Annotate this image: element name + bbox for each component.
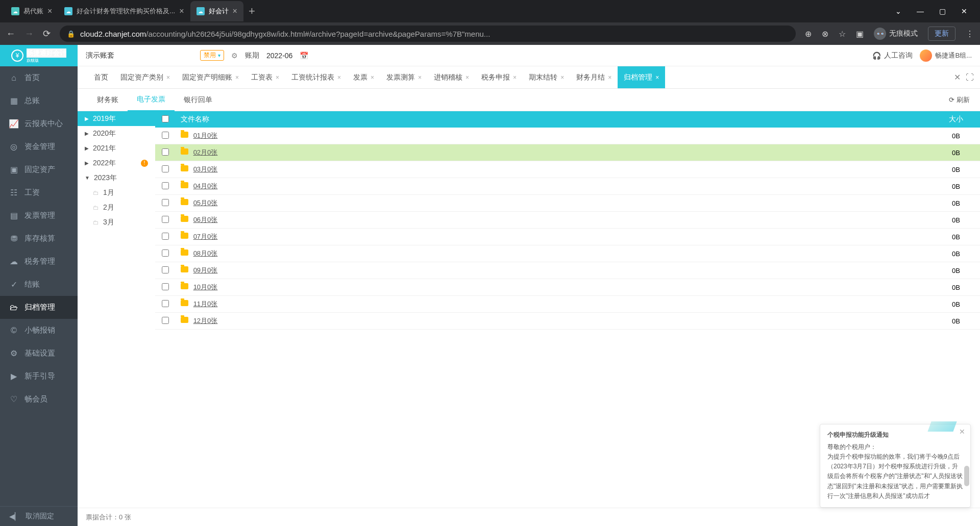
row-checkbox[interactable] <box>162 266 169 273</box>
table-row[interactable]: 01月0张 0B <box>155 128 980 144</box>
row-checkbox[interactable] <box>162 300 169 307</box>
bookmark-icon[interactable]: ☆ <box>839 29 846 39</box>
tree-year[interactable]: ▼ 2023年 <box>78 170 155 185</box>
file-name-link[interactable]: 01月0张 <box>193 132 218 139</box>
incognito-badge[interactable]: 👓 无痕模式 <box>874 28 918 40</box>
tree-year[interactable]: ▶ 2020年 <box>78 126 155 141</box>
fullscreen-button[interactable]: ⛶ <box>966 73 974 82</box>
tree-month[interactable]: 🗀 1月 <box>78 185 155 200</box>
row-checkbox[interactable] <box>162 233 169 240</box>
subtab[interactable]: 电子发票 <box>128 89 175 111</box>
tab-close-icon[interactable]: × <box>233 7 237 16</box>
sidebar-item[interactable]: ⌂ 首页 <box>0 66 78 89</box>
page-tab[interactable]: 归档管理× <box>618 66 665 88</box>
maximize-button[interactable]: ▢ <box>939 7 946 15</box>
tab-close-icon[interactable]: × <box>608 74 611 81</box>
consult-button[interactable]: 🎧 人工咨询 <box>872 51 913 60</box>
browser-tab[interactable]: ☁ 好会计财务管理软件购买价格及... × <box>58 1 190 21</box>
sidebar-item[interactable]: ▶ 新手引导 <box>0 365 78 388</box>
file-name-link[interactable]: 02月0张 <box>193 148 218 156</box>
tree-month[interactable]: 🗀 2月 <box>78 200 155 215</box>
file-name-link[interactable]: 09月0张 <box>193 266 218 274</box>
menu-kebab-icon[interactable]: ⋮ <box>966 29 974 39</box>
page-tab[interactable]: 工资统计报表× <box>285 66 347 88</box>
notice-close-button[interactable]: ✕ <box>959 428 965 436</box>
address-bar[interactable]: 🔒 cloud2.chanjet.com/accounting/uh26t264… <box>60 26 796 42</box>
sidebar-item[interactable]: ✓ 结账 <box>0 273 78 296</box>
table-row[interactable]: 07月0张 0B <box>155 229 980 245</box>
sidebar-item[interactable]: ⛃ 库存核算 <box>0 227 78 250</box>
tab-close-icon[interactable]: × <box>179 7 184 16</box>
file-name-link[interactable]: 11月0张 <box>193 300 218 308</box>
forward-button[interactable]: → <box>24 29 34 39</box>
tree-year[interactable]: ▶ 2019年 <box>78 111 155 126</box>
sidebar-item[interactable]: ◎ 资金管理 <box>0 135 78 158</box>
new-tab-button[interactable]: + <box>249 5 255 18</box>
tab-close-icon[interactable]: × <box>418 74 422 81</box>
table-row[interactable]: 05月0张 0B <box>155 195 980 212</box>
tab-close-icon[interactable]: × <box>513 74 517 81</box>
refresh-button[interactable]: ⟳ 刷新 <box>949 95 970 105</box>
tab-close-icon[interactable]: × <box>465 74 469 81</box>
row-checkbox[interactable] <box>162 317 169 324</box>
sidebar-item[interactable]: 🗁 归档管理 <box>0 296 78 319</box>
row-checkbox[interactable] <box>162 165 169 172</box>
sidebar-unpin[interactable]: ◀▏ 取消固定 <box>0 506 78 526</box>
subtab[interactable]: 银行回单 <box>175 89 222 111</box>
row-checkbox[interactable] <box>162 283 169 290</box>
file-name-link[interactable]: 07月0张 <box>193 233 218 240</box>
page-tab[interactable]: 固定资产类别× <box>114 66 176 88</box>
close-all-tabs-button[interactable]: ✕ <box>954 72 961 82</box>
period-value[interactable]: 2022-06 <box>266 52 292 60</box>
back-button[interactable]: ← <box>6 29 15 39</box>
dropdown-icon[interactable]: ⌄ <box>895 7 901 15</box>
browser-tab[interactable]: ☁ 好会计 × <box>190 1 243 21</box>
tab-close-icon[interactable]: × <box>235 74 239 81</box>
table-row[interactable]: 04月0张 0B <box>155 178 980 195</box>
tab-close-icon[interactable]: × <box>276 74 279 81</box>
table-row[interactable]: 12月0张 0B <box>155 313 980 330</box>
sidebar-item[interactable]: ♡ 畅会员 <box>0 388 78 411</box>
page-tab[interactable]: 财务月结× <box>570 66 618 88</box>
row-checkbox[interactable] <box>162 216 169 223</box>
file-name-link[interactable]: 05月0张 <box>193 199 218 207</box>
page-tab[interactable]: 首页 <box>88 66 114 88</box>
tree-year[interactable]: ▶ 2021年 <box>78 141 155 156</box>
browser-tab[interactable]: ☁ 易代账 × <box>5 1 58 21</box>
page-tab[interactable]: 发票测算× <box>380 66 428 88</box>
row-checkbox[interactable] <box>162 199 169 206</box>
page-tab[interactable]: 固定资产明细账× <box>176 66 245 88</box>
sidebar-item[interactable]: ☁ 税务管理 <box>0 250 78 273</box>
account-name[interactable]: 演示账套 <box>86 51 114 60</box>
sidebar-item[interactable]: ▤ 发票管理 <box>0 204 78 227</box>
minimize-button[interactable]: — <box>917 7 924 15</box>
disabled-badge[interactable]: 禁用 ▾ <box>200 50 224 61</box>
file-name-link[interactable]: 12月0张 <box>193 317 218 324</box>
tree-month[interactable]: 🗀 3月 <box>78 215 155 230</box>
row-checkbox[interactable] <box>162 148 169 156</box>
page-tab[interactable]: 发票× <box>347 66 380 88</box>
sidebar-item[interactable]: 📈 云报表中心 <box>0 112 78 135</box>
table-row[interactable]: 08月0张 0B <box>155 245 980 262</box>
page-tab[interactable]: 进销稽核× <box>428 66 475 88</box>
tab-close-icon[interactable]: × <box>337 74 341 81</box>
tab-close-icon[interactable]: × <box>47 7 52 16</box>
update-button[interactable]: 更新 <box>928 27 955 41</box>
gear-icon[interactable]: ⚙ <box>231 52 238 60</box>
file-name-link[interactable]: 03月0张 <box>193 165 218 173</box>
tab-close-icon[interactable]: × <box>655 74 659 81</box>
file-name-link[interactable]: 04月0张 <box>193 182 218 190</box>
page-tab[interactable]: 工资表× <box>245 66 285 88</box>
file-name-link[interactable]: 08月0张 <box>193 249 218 257</box>
sidebar-item[interactable]: ▣ 固定资产 <box>0 158 78 181</box>
row-checkbox[interactable] <box>162 132 169 139</box>
table-row[interactable]: 09月0张 0B <box>155 262 980 279</box>
sidebar-item[interactable]: ☷ 工资 <box>0 181 78 204</box>
sidebar-item[interactable]: ▦ 总账 <box>0 89 78 112</box>
table-row[interactable]: 02月0张 0B <box>155 144 980 161</box>
subtab[interactable]: 财务账 <box>88 89 128 111</box>
row-checkbox[interactable] <box>162 182 169 189</box>
table-row[interactable]: 11月0张 0B <box>155 296 980 313</box>
page-tab[interactable]: 期末结转× <box>523 66 570 88</box>
tab-close-icon[interactable]: × <box>560 74 564 81</box>
